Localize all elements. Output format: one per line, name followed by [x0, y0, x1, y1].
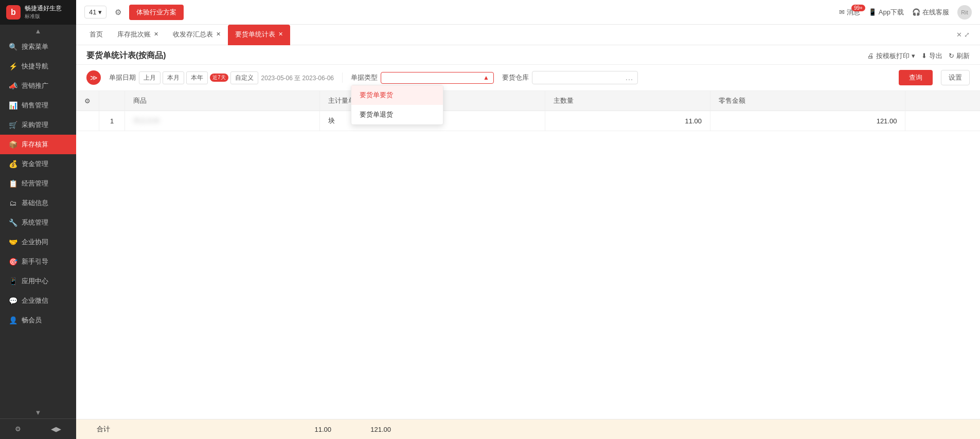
table-row: 1 商品名称 块 11.00 121.00	[76, 111, 980, 131]
th-empty	[905, 91, 980, 111]
sidebar-item-enterprise[interactable]: 🤝 企业协同	[0, 232, 76, 252]
headset-icon: 🎧	[912, 8, 920, 16]
store-name: 41	[89, 8, 96, 16]
order-type-filter-group: 单据类型 ▲ 要货单要货要货单退货	[351, 72, 494, 84]
basic-icon: 🗂	[8, 198, 17, 208]
th-goods: 商品	[125, 91, 320, 111]
tab-label-receivable_summary: 收发存汇总表	[173, 30, 213, 39]
sidebar-item-sales[interactable]: 📊 销售管理	[0, 96, 76, 115]
refresh-btn[interactable]: ↻ 刷新	[949, 51, 970, 61]
message-btn[interactable]: ✉ 消息 99+	[839, 8, 860, 17]
tabbar: 首页库存批次账 ✕收发存汇总表 ✕要货单统计表 ✕✕⤢	[76, 25, 980, 45]
message-badge: 99+	[851, 5, 865, 11]
date-custom-btn[interactable]: 自定义	[230, 71, 258, 84]
dropdown-item-order_goods[interactable]: 要货单要货	[351, 85, 443, 105]
order-type-arrow[interactable]: ▲	[483, 74, 489, 81]
sidebar-item-label-guide: 新手引导	[22, 257, 48, 266]
tab-order_summary[interactable]: 要货单统计表 ✕	[228, 25, 290, 45]
expand-filter-btn[interactable]: ≫	[86, 70, 101, 85]
tab-receivable_summary[interactable]: 收发存汇总表 ✕	[166, 25, 228, 45]
sidebar-item-finance[interactable]: 💰 资金管理	[0, 154, 76, 174]
shortcut-icon: ⚡	[8, 62, 17, 71]
td-settings-0	[76, 111, 99, 131]
sidebar-item-appstore[interactable]: 📱 应用中心	[0, 271, 76, 291]
chevron-down-icon: ▾	[912, 52, 915, 60]
topbar: 41 ▾ ⚙ 体验行业方案 ✉ 消息 99+ 📱 App下载 🎧 在线客服 Ri…	[76, 0, 980, 25]
th-quantity: 主数量	[545, 91, 710, 111]
warehouse-label: 要货仓库	[502, 73, 529, 82]
gear-button[interactable]: ⚙	[111, 5, 125, 20]
td-quantity-0: 11.00	[545, 111, 710, 131]
date-last-month-btn[interactable]: 上月	[139, 71, 161, 84]
app-download-label: App下载	[879, 8, 904, 17]
sidebar-scroll-down[interactable]: ▼	[0, 406, 76, 418]
sidebar-item-search[interactable]: 🔍 搜索菜单	[0, 37, 76, 57]
print-icon: 🖨	[867, 52, 874, 60]
refresh-icon: ↻	[949, 52, 954, 60]
sales-icon: 📊	[8, 101, 17, 110]
warehouse-filter-group: 要货仓库 …	[502, 71, 638, 84]
sidebar-item-basic[interactable]: 🗂 基础信息	[0, 193, 76, 213]
close-all-icon: ✕	[956, 31, 962, 39]
tab-close-all-btn[interactable]: ✕⤢	[952, 31, 974, 39]
tab-close-order_summary[interactable]: ✕	[278, 31, 283, 38]
order-type-input[interactable]	[385, 74, 483, 82]
sidebar-settings-btn[interactable]: ⚙	[11, 423, 25, 435]
date-label: 单据日期	[109, 73, 136, 82]
table-container: ⚙ 商品 主计量单位 主数量 零售金额 1 商品名称 块 11.00 121.0…	[76, 91, 980, 419]
sidebar-item-guide[interactable]: 🎯 新手引导	[0, 252, 76, 271]
store-selector[interactable]: 41 ▾	[84, 6, 106, 19]
sidebar-item-label-sales: 销售管理	[22, 101, 48, 110]
print-btn[interactable]: 🖨 按模板打印 ▾	[867, 51, 915, 61]
app-version: 标准版	[25, 13, 62, 20]
app-download-btn[interactable]: 📱 App下载	[868, 8, 904, 17]
sidebar-item-label-inventory: 库存核算	[22, 140, 48, 149]
td-extra-0	[905, 111, 980, 131]
sidebar-item-inventory[interactable]: 📦 库存核算	[0, 135, 76, 154]
sidebar-item-system[interactable]: 🔧 系统管理	[0, 213, 76, 232]
app-logo: b 畅捷通好生意 标准版	[0, 0, 76, 25]
dropdown-item-order_return[interactable]: 要货单退货	[351, 105, 443, 124]
tab-label-home: 首页	[90, 30, 103, 39]
warehouse-input[interactable]	[537, 74, 623, 82]
sidebar-item-purchase[interactable]: 🛒 采购管理	[0, 115, 76, 135]
query-btn[interactable]: 查询	[899, 70, 933, 85]
purchase-icon: 🛒	[8, 120, 17, 130]
setting-btn[interactable]: 设置	[941, 70, 970, 85]
footer-amount: 121.00	[340, 426, 391, 433]
order-type-label: 单据类型	[351, 73, 378, 82]
avatar[interactable]: Rit	[957, 5, 972, 20]
sidebar-item-operation[interactable]: 📋 经营管理	[0, 174, 76, 193]
sidebar-item-label-wechat: 企业微信	[22, 296, 48, 305]
sidebar-item-shortcut[interactable]: ⚡ 快捷导航	[0, 57, 76, 76]
tab-inventory_batch[interactable]: 库存批次账 ✕	[110, 25, 166, 45]
wechat-icon: 💬	[8, 296, 17, 305]
sidebar-item-marketing[interactable]: 📣 营销推广	[0, 76, 76, 96]
tab-close-receivable_summary[interactable]: ✕	[216, 31, 221, 38]
td-amount-0: 121.00	[710, 111, 905, 131]
td-index-0: 1	[99, 111, 125, 131]
sidebar-item-member[interactable]: 👤 畅会员	[0, 310, 76, 330]
sidebar-item-label-appstore: 应用中心	[22, 277, 48, 286]
sidebar-scroll-up[interactable]: ▲	[0, 25, 76, 37]
date-this-month-btn[interactable]: 本月	[163, 71, 184, 84]
sidebar-nav: 🔍 搜索菜单 ⚡ 快捷导航 📣 营销推广 📊 销售管理 🛒 采购管理 📦 库存核…	[0, 37, 76, 406]
date-this-year-btn[interactable]: 本年	[186, 71, 208, 84]
date-more-badge[interactable]: 近7天	[210, 74, 228, 82]
sidebar: b 畅捷通好生意 标准版 ▲ 🔍 搜索菜单 ⚡ 快捷导航 📣 营销推广 📊 销售…	[0, 0, 76, 439]
sidebar-item-wechat[interactable]: 💬 企业微信	[0, 291, 76, 310]
th-amount: 零售金额	[710, 91, 905, 111]
member-icon: 👤	[8, 316, 17, 325]
sidebar-bottom: ⚙ ◀▶	[0, 418, 76, 439]
th-settings[interactable]: ⚙	[76, 91, 99, 111]
warehouse-input-wrap[interactable]: …	[532, 71, 638, 84]
tab-close-inventory_batch[interactable]: ✕	[154, 31, 158, 38]
sidebar-collapse-btn[interactable]: ◀▶	[47, 423, 65, 435]
more-icon[interactable]: …	[625, 73, 633, 82]
industry-btn[interactable]: 体验行业方案	[129, 5, 184, 20]
order-type-input-wrap[interactable]: ▲	[381, 72, 494, 84]
service-btn[interactable]: 🎧 在线客服	[912, 8, 949, 17]
tab-home[interactable]: 首页	[82, 25, 110, 45]
export-btn[interactable]: ⬇ 导出	[921, 51, 942, 61]
order-type-dropdown: 要货单要货要货单退货	[351, 85, 443, 125]
